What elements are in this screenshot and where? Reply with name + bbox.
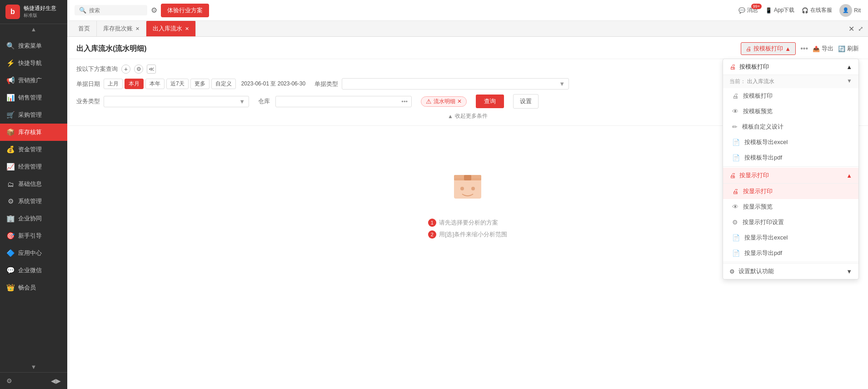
topbar-search-box[interactable]: 🔍 xyxy=(75,5,147,15)
filter-settings-btn[interactable]: ⚙ xyxy=(134,65,143,74)
finance-icon: 💰 xyxy=(6,145,15,154)
export-btn[interactable]: 📤 导出 xyxy=(813,45,833,53)
online-service-btn[interactable]: 🎧 在线客服 xyxy=(802,6,832,14)
flow-detail-tag[interactable]: ⚠ 流水明细 ✕ xyxy=(421,96,467,107)
close-all-tabs-icon[interactable]: ✕ xyxy=(848,25,854,33)
tip-item-1: 1 请先选择要分析的方案 xyxy=(428,217,507,229)
date-btn-more[interactable]: 更多 xyxy=(190,79,210,89)
display-preview-item[interactable]: 👁 按显示预览 xyxy=(723,199,858,214)
svg-point-3 xyxy=(460,187,464,190)
warehouse-select[interactable]: ••• xyxy=(275,96,412,107)
refresh-btn[interactable]: 🔄 刷新 xyxy=(838,45,859,53)
warehouse-dots-icon: ••• xyxy=(401,98,408,105)
sales-icon: 📊 xyxy=(6,94,15,102)
template-custom-design-item[interactable]: ✏ 模板自定义设计 xyxy=(723,119,858,135)
tab-flow-close-icon[interactable]: ✕ xyxy=(185,26,189,32)
expand-tab-icon[interactable]: ⤢ xyxy=(858,25,863,32)
settings-gear-icon[interactable]: ⚙ xyxy=(151,6,157,15)
sidebar-item-app-center[interactable]: 🔷 应用中心 xyxy=(0,244,67,262)
query-btn[interactable]: 查询 xyxy=(476,95,504,108)
empty-tips: 1 请先选择要分析的方案 2 用[选]条件来缩小分析范围 xyxy=(428,217,507,240)
scroll-up-btn[interactable]: ▲ xyxy=(0,24,67,35)
tag-close-icon[interactable]: ✕ xyxy=(457,98,462,105)
chevron-up-collapse-icon: ▲ xyxy=(448,113,453,120)
display-export-excel-item[interactable]: 📄 按显示导出excel xyxy=(723,230,858,245)
sidebar-item-basic-info[interactable]: 🗂 基础信息 xyxy=(0,175,67,193)
scroll-down-btn[interactable]: ▼ xyxy=(0,362,67,372)
template-export-excel-item[interactable]: 📄 按模板导出excel xyxy=(723,135,858,150)
sidebar-item-operations[interactable]: 📈 经营管理 xyxy=(0,158,67,175)
sidebar-item-purchase[interactable]: 🛒 采购管理 xyxy=(0,106,67,124)
export-icon: 📤 xyxy=(813,45,820,52)
template-print-btn[interactable]: 🖨 按模板打印 ▲ xyxy=(741,42,796,55)
username-label: Rit xyxy=(854,7,861,14)
page-header: 出入库流水(流水明细) 🖨 按模板打印 ▲ ••• 📤 导出 🔄 刷新 xyxy=(67,37,868,59)
user-avatar-area[interactable]: 👤 Rit xyxy=(839,4,861,17)
sidebar-item-system[interactable]: ⚙ 系统管理 xyxy=(0,193,67,210)
sidebar-item-vip[interactable]: 👑 畅会员 xyxy=(0,279,67,296)
print-item-icon: 🖨 xyxy=(732,92,738,100)
filter-label: 按以下方案查询 xyxy=(76,65,118,73)
display-pdf-icon: 📄 xyxy=(732,249,740,257)
tab-batch-close-icon[interactable]: ✕ xyxy=(135,26,140,32)
guide-icon: 🎯 xyxy=(6,232,15,240)
date-btn-this-year[interactable]: 本年 xyxy=(145,79,165,89)
biz-type-chevron-icon: ▼ xyxy=(239,98,245,105)
footer-collapse-icon[interactable]: ◀▶ xyxy=(51,377,61,384)
wecom-icon: 💬 xyxy=(6,266,15,274)
sidebar-item-sales[interactable]: 📊 销售管理 xyxy=(0,89,67,106)
sidebar-item-marketing[interactable]: 📢 营销推广 xyxy=(0,72,67,89)
template-print-item[interactable]: 🖨 按模板打印 xyxy=(723,88,858,104)
template-preview-item[interactable]: 👁 按模板预览 xyxy=(723,104,858,119)
sidebar-footer: ⚙ ◀▶ xyxy=(0,372,67,389)
display-export-pdf-item[interactable]: 📄 按显示导出pdf xyxy=(723,245,858,261)
display-print-section-header[interactable]: 🖨 按显示打印 ▲ xyxy=(723,168,858,184)
tabs-right: ✕ ⤢ xyxy=(848,25,863,33)
basic-info-icon: 🗂 xyxy=(6,180,15,188)
date-range-display: 2023-06-01 至 2023-06-30 xyxy=(241,80,305,88)
main-content: 🔍 ⚙ 体验行业方案 💬 消息 99+ 📱 App下载 🎧 在线客服 👤 xyxy=(67,0,868,389)
more-actions-icon[interactable]: ••• xyxy=(800,45,808,53)
sidebar-item-finance[interactable]: 💰 资金管理 xyxy=(0,141,67,158)
settings-btn[interactable]: 设置 xyxy=(513,94,539,109)
app-download-btn[interactable]: 📱 App下载 xyxy=(765,6,794,14)
tab-flow[interactable]: 出入库流水 ✕ xyxy=(146,21,196,36)
template-export-pdf-item[interactable]: 📄 按模板导出pdf xyxy=(723,150,858,165)
display-print-item[interactable]: 🖨 按显示打印 xyxy=(723,184,858,199)
sidebar-item-quick-nav[interactable]: ⚡ 快捷导航 xyxy=(0,55,67,72)
sidebar-item-enterprise[interactable]: 🏢 企业协同 xyxy=(0,210,67,227)
tip-item-2: 2 用[选]条件来缩小分析范围 xyxy=(428,229,507,240)
enterprise-icon: 🏢 xyxy=(6,214,15,223)
biz-type-field: 业务类型 ▼ xyxy=(76,96,249,107)
sidebar-item-inventory[interactable]: 📦 库存核算 xyxy=(0,124,67,141)
chevron-down-default-icon: ▼ xyxy=(846,268,852,275)
default-function-item[interactable]: ⚙ 设置默认功能 ▼ xyxy=(723,263,858,279)
date-btn-last-month[interactable]: 上月 xyxy=(104,79,123,89)
sidebar: b 畅捷通好生意 标准版 ▲ 🔍 搜索菜单 ⚡ 快捷导航 📢 营销推广 📊 销售… xyxy=(0,0,67,389)
biz-type-select[interactable]: ▼ xyxy=(104,96,249,107)
sidebar-item-search[interactable]: 🔍 搜索菜单 xyxy=(0,37,67,55)
bill-type-select[interactable]: ▼ xyxy=(342,78,569,90)
sidebar-item-wecom[interactable]: 💬 企业微信 xyxy=(0,262,67,279)
footer-settings-icon[interactable]: ⚙ xyxy=(6,377,12,384)
date-btn-7days[interactable]: 近7天 xyxy=(166,79,189,89)
message-icon: 💬 xyxy=(738,7,745,14)
filter-add-btn[interactable]: + xyxy=(121,65,130,74)
filter-collapse-btn[interactable]: ≪ xyxy=(147,65,156,74)
tab-home[interactable]: 首页 xyxy=(72,21,97,36)
sidebar-item-guide[interactable]: 🎯 新手引导 xyxy=(0,227,67,244)
date-btn-this-month[interactable]: 本月 xyxy=(125,79,144,89)
date-btn-custom[interactable]: 自定义 xyxy=(211,79,236,89)
trial-industry-btn[interactable]: 体验行业方案 xyxy=(161,4,209,17)
search-input[interactable] xyxy=(89,7,135,14)
tab-batch[interactable]: 库存批次账 ✕ xyxy=(97,21,146,36)
display-settings-icon: ⚙ xyxy=(732,219,738,226)
topbar-right: 💬 消息 99+ 📱 App下载 🎧 在线客服 👤 Rit xyxy=(738,4,861,17)
template-print-section-header[interactable]: 🖨 按模板打印 ▲ xyxy=(723,59,858,75)
message-btn[interactable]: 💬 消息 99+ xyxy=(738,6,758,14)
display-preview-icon: 👁 xyxy=(732,203,738,210)
page-content: 出入库流水(流水明细) 🖨 按模板打印 ▲ ••• 📤 导出 🔄 刷新 xyxy=(67,37,868,389)
svg-rect-2 xyxy=(464,175,471,180)
topbar-left: 🔍 ⚙ 体验行业方案 xyxy=(75,4,733,17)
display-print-settings-item[interactable]: ⚙ 按显示打印设置 xyxy=(723,214,858,230)
